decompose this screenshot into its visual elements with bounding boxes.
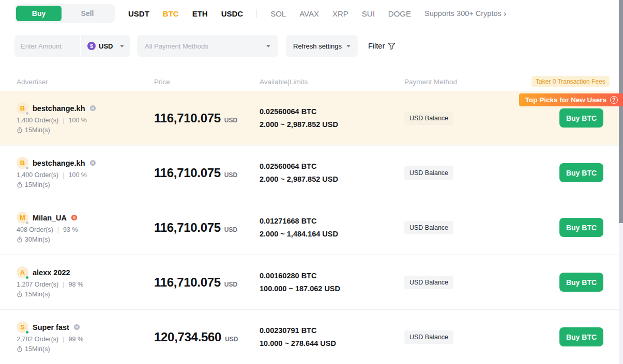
available-limits-cell: 0.00230791 BTC 10.000 ~ 278.644 USD <box>260 326 404 347</box>
taker-fee-badge: Taker 0 Transaction Fees <box>531 76 610 87</box>
advertiser-name[interactable]: alexx 2022 <box>33 268 70 277</box>
stats-separator: | <box>57 226 59 233</box>
payment-method-chip: USD Balance <box>404 112 453 125</box>
tab-doge[interactable]: DOGE <box>388 9 411 18</box>
tab-usdc[interactable]: USDC <box>221 9 244 18</box>
price-currency: USD <box>224 171 237 179</box>
avatar[interactable]: M <box>17 212 28 224</box>
tab-sui[interactable]: SUI <box>362 9 375 18</box>
payment-method-chip: USD Balance <box>404 221 453 234</box>
timer-icon <box>17 291 23 297</box>
price-value: 116,710.075 <box>154 111 221 125</box>
verified-badge-icon <box>89 160 96 166</box>
available-amount: 0.01271668 BTC <box>260 217 404 225</box>
price-value: 116,710.075 <box>154 220 221 235</box>
column-header-action: Taker 0 Transaction Fees <box>531 76 610 87</box>
release-time-label: 30Min(s) <box>25 236 50 243</box>
release-time: 15Min(s) <box>17 291 154 298</box>
price-value: 116,710.075 <box>154 275 221 290</box>
column-header-available-limits: Available|Limits <box>260 78 404 86</box>
verified-badge-icon <box>73 324 80 330</box>
available-limits-cell: 0.00160280 BTC 100.000 ~ 187.062 USD <box>260 272 404 293</box>
action-cell: Buy BTC <box>531 327 603 346</box>
buy-btc-button[interactable]: Buy BTC <box>559 218 603 237</box>
avatar[interactable]: S <box>17 321 28 333</box>
action-cell: Buy BTC <box>531 163 603 182</box>
avatar-initial: A <box>20 268 25 276</box>
payment-method-chip: USD Balance <box>404 330 453 344</box>
filter-button[interactable]: Filter <box>368 42 396 50</box>
column-header-advertiser: Advertiser <box>17 78 154 86</box>
scrollbar-thumb[interactable] <box>619 0 623 223</box>
timer-icon <box>17 346 23 352</box>
completion-rate: 93 % <box>63 226 78 233</box>
funnel-icon <box>388 42 396 50</box>
tab-avax[interactable]: AVAX <box>299 9 319 18</box>
available-limits-cell: 0.02560064 BTC 2.000 ~ 2,987.852 USD <box>260 162 404 183</box>
payment-methods-placeholder: All Payment Methods <box>145 42 208 50</box>
advertiser-cell: M Milan_UA 408 Order(s) | 93 % <box>17 212 154 243</box>
help-circle-icon[interactable]: ? <box>610 96 618 104</box>
supports-link-label: Supports 300+ Cryptos <box>424 9 502 18</box>
stats-separator: | <box>63 336 64 343</box>
payment-method-cell: USD Balance <box>404 112 531 125</box>
buy-btc-button[interactable]: Buy BTC <box>559 163 603 182</box>
advertiser-name[interactable]: bestchange.kh <box>33 159 85 167</box>
supports-more-cryptos-link[interactable]: Supports 300+ Cryptos › <box>424 9 506 18</box>
avatar[interactable]: B <box>17 157 28 169</box>
tab-eth[interactable]: ETH <box>192 9 208 18</box>
available-amount: 0.00230791 BTC <box>260 326 404 335</box>
release-time-label: 15Min(s) <box>25 126 50 134</box>
column-header-price: Price <box>154 78 260 86</box>
advertiser-name[interactable]: bestchange.kh <box>33 104 85 113</box>
limits-range: 2.000 ~ 1,484.164 USD <box>260 230 404 238</box>
advertiser-stats: 408 Order(s) | 93 % <box>17 226 154 233</box>
tabs-divider <box>256 9 257 18</box>
tab-usdt[interactable]: USDT <box>128 9 149 18</box>
tab-btc[interactable]: BTC <box>163 9 179 18</box>
order-count: 408 Order(s) <box>17 226 53 233</box>
status-dot <box>25 330 29 334</box>
price-value: 116,710.075 <box>154 166 221 180</box>
release-time: 15Min(s) <box>17 181 154 188</box>
price-cell: 120,734.560 USD <box>154 330 260 344</box>
buy-toggle-button[interactable]: Buy <box>16 6 62 21</box>
action-cell: Buy BTC <box>531 273 603 292</box>
offer-row: M Milan_UA 408 Order(s) | 93 % <box>0 200 619 255</box>
sell-toggle-button[interactable]: Sell <box>62 9 113 18</box>
release-time: 30Min(s) <box>17 236 154 243</box>
completion-rate: 98 % <box>69 281 84 288</box>
available-amount: 0.02560064 BTC <box>260 162 404 170</box>
status-dot <box>25 112 29 115</box>
avatar[interactable]: B <box>17 102 28 114</box>
payment-method-cell: USD Balance <box>404 166 531 180</box>
release-time: 15Min(s) <box>17 126 154 134</box>
status-dot <box>25 221 29 225</box>
vertical-scrollbar[interactable] <box>619 0 623 364</box>
fiat-currency-select[interactable]: $ USD <box>81 35 130 57</box>
top-picks-ribbon[interactable]: Top Picks for New Users ? <box>519 93 623 106</box>
amount-input-wrapper <box>14 35 80 57</box>
advertiser-name[interactable]: Super fast <box>33 323 69 331</box>
order-count: 1,207 Order(s) <box>17 281 58 288</box>
advertiser-stats: 2,782 Order(s) | 99 % <box>17 336 154 343</box>
chevron-down-icon <box>266 45 270 48</box>
buy-btc-button[interactable]: Buy BTC <box>559 273 603 292</box>
tab-sol[interactable]: SOL <box>270 9 286 18</box>
advertiser-name[interactable]: Milan_UA <box>33 214 67 222</box>
refresh-settings-select[interactable]: Refresh settings <box>286 35 358 57</box>
payment-methods-select[interactable]: All Payment Methods <box>137 35 278 57</box>
p2p-page: Buy Sell USDT BTC ETH USDC SOL AVAX XRP … <box>0 0 623 364</box>
advertiser-cell: A alexx 2022 1,207 Order(s) | 98 % <box>17 266 154 298</box>
offer-row: S Super fast 2,782 Order(s) | 99 % <box>0 310 619 364</box>
amount-input[interactable] <box>21 42 74 50</box>
status-dot <box>25 276 29 279</box>
filter-label: Filter <box>368 42 385 50</box>
tab-xrp[interactable]: XRP <box>332 9 348 18</box>
completion-rate: 100 % <box>69 171 87 179</box>
advertiser-stats: 1,207 Order(s) | 98 % <box>17 281 154 288</box>
avatar[interactable]: A <box>17 266 28 278</box>
buy-btc-button[interactable]: Buy BTC <box>559 327 603 346</box>
buy-btc-button[interactable]: Buy BTC <box>559 108 603 128</box>
timer-icon <box>17 236 23 243</box>
